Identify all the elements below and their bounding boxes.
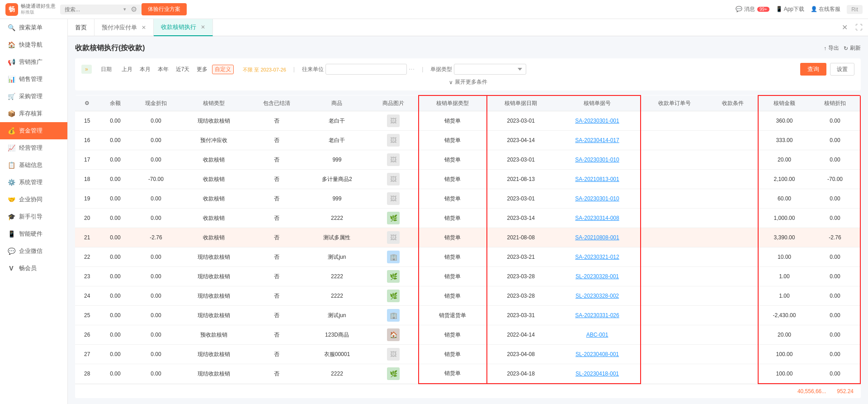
sidebar-item-purchase[interactable]: 🛒 采购管理	[0, 88, 67, 105]
sidebar-item-system[interactable]: ⚙️ 系统管理	[0, 174, 67, 191]
sidebar-item-member[interactable]: V 畅会员	[0, 260, 67, 277]
expand-more-btn[interactable]: ∨ 展开更多条件	[81, 78, 854, 86]
doc-no-link[interactable]: SL-20230328-001	[576, 273, 619, 280]
table-row: 15 0.00 0.00 现结收款核销 否 老白干 🖼 销货单 2023-03-…	[75, 111, 860, 131]
date-more[interactable]: 更多	[194, 65, 210, 74]
sidebar-item-smart-hw[interactable]: 📱 智能硬件	[0, 225, 67, 242]
date-last-month[interactable]: 上月	[119, 65, 135, 74]
td-amount: 100.00	[758, 345, 810, 364]
td-doc-type: 销货单	[419, 150, 487, 170]
td-no: 16	[75, 131, 99, 150]
sidebar-item-search-menu[interactable]: 🔍 搜索菜单	[0, 19, 67, 36]
td-no: 28	[75, 364, 99, 384]
th-goods: 商品	[306, 95, 368, 111]
doc-no-link[interactable]: SL-20230418-001	[576, 371, 619, 377]
online-service-btn[interactable]: 👤 在线客服	[811, 5, 840, 13]
sidebar-item-inventory[interactable]: 📦 库存核算	[0, 105, 67, 122]
query-btn[interactable]: 查询	[800, 63, 826, 76]
table-row: 17 0.00 0.00 收款核销 否 999 🖼 销货单 2023-03-01…	[75, 150, 860, 170]
message-badge: 99+	[757, 7, 769, 12]
doc-no-link[interactable]: SA-20230414-017	[575, 137, 619, 143]
doc-no-link[interactable]: SA-20230301-001	[575, 118, 619, 124]
td-amount: 10.00	[758, 247, 810, 267]
td-doc-date: 2023-04-08	[487, 345, 554, 364]
search-dropdown-icon[interactable]: ▾	[123, 6, 126, 12]
tab-fullscreen-btn[interactable]: ⛶	[854, 22, 864, 33]
td-receipt-cond	[708, 170, 758, 189]
top-search-input[interactable]	[60, 5, 142, 14]
td-no: 15	[75, 111, 99, 131]
from-unit-input[interactable]	[326, 64, 407, 75]
td-img: 🖼	[368, 189, 419, 209]
filter-expand-btn[interactable]: »	[81, 65, 92, 74]
tab-prepay-close[interactable]: ✕	[142, 24, 146, 31]
date-custom[interactable]: 自定义	[212, 65, 234, 74]
sidebar-item-enterprise[interactable]: 🤝 企业协同	[0, 191, 67, 208]
tab-receipt[interactable]: 收款核销执行 ✕	[154, 19, 213, 36]
td-doc-no: SA-20230414-017	[554, 131, 640, 150]
sidebar-item-marketing[interactable]: 📢 营销推广	[0, 53, 67, 71]
receipt-type-select[interactable]	[454, 64, 526, 75]
export-btn[interactable]: ↑ 导出	[824, 44, 839, 52]
date-this-year[interactable]: 本年	[155, 65, 171, 74]
sidebar-item-basic-info[interactable]: 📋 基础信息	[0, 157, 67, 174]
sidebar-item-quick-nav[interactable]: 🏠 快捷导航	[0, 36, 67, 53]
doc-no-link[interactable]: SA-20230314-008	[575, 215, 619, 221]
refresh-btn[interactable]: ↻ 刷新	[844, 44, 861, 52]
td-cash-discount: 0.00	[131, 286, 180, 306]
date-7days[interactable]: 近7天	[173, 65, 193, 74]
td-doc-date: 2021-08-08	[487, 228, 554, 247]
tab-receipt-close[interactable]: ✕	[201, 24, 205, 30]
tab-home[interactable]: 首页	[68, 19, 94, 36]
td-no: 20	[75, 209, 99, 228]
td-cash-discount: 0.00	[131, 189, 180, 209]
doc-no-link[interactable]: SL-20230328-002	[576, 293, 619, 299]
from-unit-dots[interactable]: ···	[409, 65, 415, 73]
doc-no-link[interactable]: ABC-001	[586, 332, 609, 338]
td-cash-discount: -2.76	[131, 228, 180, 247]
doc-no-link[interactable]: SL-20230408-001	[576, 351, 619, 357]
td-type: 收款核销	[181, 209, 248, 228]
tab-close-btn[interactable]: ✕	[839, 22, 850, 33]
product-img: 🖼	[387, 348, 400, 361]
td-discount: 0.00	[810, 150, 860, 170]
table-row: 23 0.00 0.00 现结收款核销 否 2222 🌿 销货单 2023-03…	[75, 267, 860, 286]
total-discount-value: 952.24	[837, 388, 854, 394]
tab-prepay-label: 预付冲应付单	[102, 24, 137, 32]
doc-no-link[interactable]: SA-20230301-010	[575, 157, 619, 163]
td-receipt-order	[641, 111, 708, 131]
sidebar-item-sales[interactable]: 📊 销售管理	[0, 71, 67, 88]
app-download-btn[interactable]: 📱 App下载	[776, 5, 804, 13]
product-img: 🖼	[387, 192, 400, 205]
doc-no-link[interactable]: SA-20230321-012	[575, 254, 619, 260]
purchase-icon: 🛒	[7, 92, 15, 100]
date-this-month[interactable]: 本月	[137, 65, 153, 74]
sidebar-item-newbie[interactable]: 🎓 新手引导	[0, 208, 67, 225]
user-name[interactable]: Rit	[847, 5, 863, 14]
table-row: 27 0.00 0.00 现结收款核销 否 衣服00001 🖼 销货单 2023…	[75, 345, 860, 364]
td-doc-no: SA-20210808-001	[554, 228, 640, 247]
td-img: 🖼	[368, 111, 419, 131]
td-doc-no: ABC-001	[554, 325, 640, 345]
doc-no-link[interactable]: SA-20210813-001	[575, 176, 619, 182]
td-no: 21	[75, 228, 99, 247]
doc-no-link[interactable]: SA-20230301-010	[575, 195, 619, 202]
industry-btn[interactable]: 体验行业方案	[142, 3, 187, 15]
td-no: 26	[75, 325, 99, 345]
home-icon: 🏠	[7, 41, 15, 49]
settings-icon[interactable]: ⚙	[131, 5, 137, 14]
td-doc-date: 2023-03-28	[487, 267, 554, 286]
top-icon-group: 💬 消息 99+ 📱 App下载 👤 在线客服 Rit	[736, 5, 863, 14]
sidebar-item-wechat[interactable]: 💬 企业微信	[0, 242, 67, 260]
sidebar-item-capital[interactable]: 💰 资金管理	[0, 122, 67, 139]
gear-icon[interactable]: ⚙	[85, 100, 90, 106]
td-included: 否	[247, 189, 306, 209]
tab-prepay[interactable]: 预付冲应付单 ✕	[94, 19, 154, 36]
sidebar-item-operation[interactable]: 📈 经营管理	[0, 139, 67, 157]
basic-info-icon: 📋	[7, 161, 15, 169]
settings-filter-btn[interactable]: 设置	[830, 63, 854, 76]
doc-no-link[interactable]: SA-20230331-026	[575, 312, 619, 318]
doc-no-link[interactable]: SA-20210808-001	[575, 234, 619, 241]
message-btn[interactable]: 💬 消息 99+	[736, 5, 769, 13]
td-doc-date: 2023-03-01	[487, 189, 554, 209]
